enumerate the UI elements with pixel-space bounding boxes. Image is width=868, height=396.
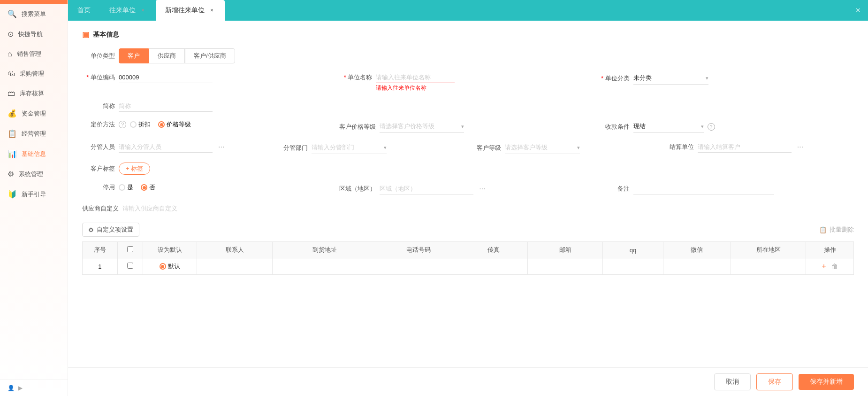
contacts-table: 序号 设为默认 联系人 到货地址 电话号码 传真 邮箱 qq 微信 所在地区 操… <box>82 241 854 275</box>
region-label: 区域（地区） <box>339 185 376 193</box>
select-all-checkbox[interactable] <box>127 246 133 252</box>
customer-price-level-select[interactable]: 请选择客户价格等级 ▾ <box>380 120 464 133</box>
save-new-button[interactable]: 保存并新增 <box>799 374 854 390</box>
tab-partners[interactable]: 往来单位 × <box>100 0 156 21</box>
unit-name-wrapper: 单位名称 请输入往来单位名称 <box>339 72 455 92</box>
tab-partners-close[interactable]: × <box>139 6 146 15</box>
tab-new-partner-close[interactable]: × <box>208 6 215 15</box>
sidebar-item-purchase[interactable]: 🛍 采购管理 <box>0 64 68 84</box>
unit-name-input[interactable] <box>376 72 455 83</box>
tab-partners-label: 往来单位 <box>109 6 136 15</box>
short-name-label: 简称 <box>82 102 115 110</box>
sidebar-item-guide[interactable]: 🔰 新手引导 <box>0 184 68 204</box>
sidebar-item-inventory[interactable]: 🗃 库存核算 <box>0 84 68 103</box>
batch-delete-button[interactable]: 📋 批量删除 <box>819 225 854 234</box>
payment-help-icon[interactable]: ? <box>708 123 715 131</box>
remark-input[interactable] <box>633 183 774 194</box>
remark-label: 备注 <box>597 185 630 193</box>
unit-type-label: 单位类型 <box>82 52 115 60</box>
section-header: ▣ 基本信息 <box>82 30 854 39</box>
main-close-button[interactable]: × <box>848 0 868 21</box>
location-input[interactable] <box>750 263 787 270</box>
manager-input[interactable] <box>119 141 213 153</box>
customer-level-select[interactable]: 请选择客户等级 ▾ <box>505 141 580 154</box>
sidebar-item-sales[interactable]: ⌂ 销售管理 <box>0 44 68 64</box>
unit-category-select[interactable]: 未分类 ▾ <box>633 72 708 85</box>
disabled-yes-radio[interactable]: 是 <box>119 183 133 192</box>
add-tag-btn[interactable]: + 标签 <box>119 163 150 175</box>
row-checkbox[interactable] <box>127 263 133 269</box>
unit-code-field: 单位编码 <box>82 72 339 83</box>
qq-input[interactable] <box>619 263 647 270</box>
disabled-field: 停用 是 否 <box>82 183 339 192</box>
customer-level-placeholder: 请选择客户等级 <box>505 143 548 152</box>
supplier-custom-row: 供应商自定义 <box>82 203 854 214</box>
tab-home[interactable]: 首页 <box>68 0 100 21</box>
customer-price-level-label: 客户价格等级 <box>339 123 376 131</box>
row-action: + 🗑 <box>806 258 854 275</box>
region-more-btn[interactable]: ··· <box>477 185 487 193</box>
row-address <box>272 258 377 275</box>
settlement-unit-input[interactable] <box>698 141 792 153</box>
unit-code-label: 单位编码 <box>82 73 115 82</box>
unit-type-supplier-btn[interactable]: 供应商 <box>149 48 185 63</box>
settlement-unit-field: 结算单位 ··· <box>661 141 854 153</box>
cancel-button[interactable]: 取消 <box>714 373 751 390</box>
user-icon: 👤 <box>8 385 15 391</box>
tag-label: 客户标签 <box>82 164 115 173</box>
unit-type-row: 单位类型 客户 供应商 客户/供应商 <box>82 48 854 63</box>
disabled-row: 停用 是 否 区域（地区） ··· 备注 <box>82 183 854 194</box>
payment-terms-select[interactable]: 现结 ▾ <box>633 120 704 133</box>
email-input[interactable] <box>547 263 584 270</box>
sidebar-item-finance[interactable]: 💰 资金管理 <box>0 103 68 124</box>
sidebar-item-basic[interactable]: 📊 基础信息 <box>0 144 68 164</box>
contact-input[interactable] <box>216 263 253 270</box>
yes-label: 是 <box>127 183 133 192</box>
row-del-btn[interactable]: 🗑 <box>830 263 840 270</box>
sidebar-item-shortcut[interactable]: ⊙ 快捷导航 <box>0 24 68 44</box>
section-title: 基本信息 <box>93 31 119 39</box>
save-button[interactable]: 保存 <box>756 373 793 390</box>
tab-bar: 首页 往来单位 × 新增往来单位 × × <box>68 0 868 21</box>
settlement-more-btn[interactable]: ··· <box>795 143 805 151</box>
region-input[interactable] <box>380 183 473 194</box>
default-radio-item[interactable]: 默认 <box>148 262 192 271</box>
sidebar-item-search[interactable]: 🔍 搜索菜单 <box>0 4 68 24</box>
col-email: 邮箱 <box>527 242 602 258</box>
supplier-custom-input[interactable] <box>122 203 226 214</box>
col-default: 设为默认 <box>143 242 197 258</box>
customer-level-field: 客户等级 请选择客户等级 ▾ <box>468 141 661 154</box>
unit-category-label: 单位分类 <box>597 74 630 83</box>
sidebar-item-operations[interactable]: 📋 经营管理 <box>0 124 68 144</box>
fax-input[interactable] <box>477 263 510 270</box>
wechat-input[interactable] <box>680 263 713 270</box>
payment-terms-value: 现结 <box>633 122 646 131</box>
sidebar-item-system[interactable]: ⚙ 系统管理 <box>0 164 68 184</box>
phone-input[interactable] <box>397 263 440 270</box>
unit-type-both-btn[interactable]: 客户/供应商 <box>185 48 235 63</box>
unit-code-input[interactable] <box>119 72 213 83</box>
sidebar-item-label: 搜索菜单 <box>22 10 46 18</box>
manager-more-btn[interactable]: ··· <box>216 143 226 151</box>
pricing-level-radio[interactable]: 价格等级 <box>158 120 191 129</box>
custom-settings-label: 自定义项设置 <box>97 225 133 234</box>
chevron-down-icon4: ▾ <box>384 145 387 151</box>
unit-type-customer-btn[interactable]: 客户 <box>119 48 149 63</box>
manager-field: 分管人员 ··· <box>82 141 275 153</box>
basic-info-row: 单位编码 单位名称 请输入往来单位名称 单位分类 未分类 ▾ <box>82 72 854 92</box>
disabled-no-radio[interactable]: 否 <box>141 183 155 192</box>
row-email <box>527 258 602 275</box>
sidebar-item-label: 库存核算 <box>20 89 44 98</box>
tab-new-partner[interactable]: 新增往来单位 × <box>156 0 225 21</box>
col-fax: 传真 <box>460 242 527 258</box>
address-input[interactable] <box>297 263 353 270</box>
pricing-help-icon[interactable]: ? <box>119 121 126 128</box>
batch-delete-label: 批量删除 <box>830 225 854 234</box>
guide-icon: 🔰 <box>8 190 17 199</box>
dept-select[interactable]: 请输入分管部门 ▾ <box>312 141 387 154</box>
main-area: 首页 往来单位 × 新增往来单位 × × ▣ 基本信息 单位类型 客户 供应商 … <box>68 0 868 396</box>
short-name-input[interactable] <box>119 101 213 112</box>
row-add-btn[interactable]: + <box>820 262 828 271</box>
pricing-discount-radio[interactable]: 折扣 <box>130 120 151 129</box>
custom-settings-button[interactable]: ⚙ 自定义项设置 <box>82 223 139 237</box>
